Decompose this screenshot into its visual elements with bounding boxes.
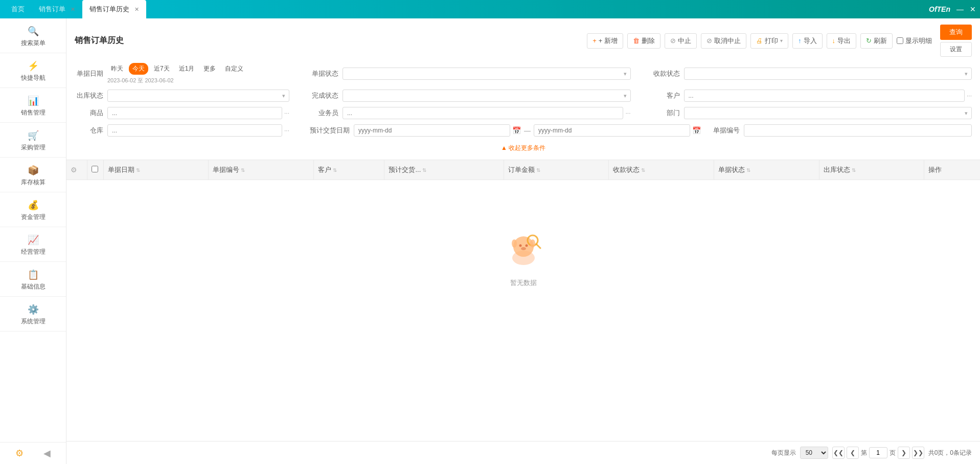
filter-order-status: 单据状态 xyxy=(310,68,631,80)
col-order-no[interactable]: 单据编号 ⇅ xyxy=(209,160,314,180)
delivery-date-to[interactable] xyxy=(534,124,690,137)
empty-state-text: 暂无数据 xyxy=(510,278,537,288)
sidebar-item-operations-label: 经营管理 xyxy=(21,248,45,256)
select-all-checkbox[interactable] xyxy=(92,166,98,172)
date-btn-today[interactable]: 今天 xyxy=(129,63,148,75)
date-btn-more[interactable]: 更多 xyxy=(200,63,219,75)
customer-dots[interactable]: ··· xyxy=(967,92,972,99)
print-dropdown-icon: ▾ xyxy=(780,38,783,43)
sidebar-settings-icon[interactable]: ⚙ xyxy=(15,448,24,459)
sidebar-item-sales-mgmt[interactable]: 📊 销售管理 xyxy=(0,88,66,123)
goods-input[interactable] xyxy=(107,107,282,119)
col-order-no-label: 单据编号 xyxy=(213,165,239,174)
sidebar-item-finance[interactable]: 💰 资金管理 xyxy=(0,192,66,227)
col-amount-label: 订单金额 xyxy=(508,165,535,174)
filter-order-no: 单据编号 xyxy=(711,124,972,137)
col-operation: 操作 xyxy=(924,160,980,180)
salesperson-input[interactable] xyxy=(343,107,623,119)
col-amount[interactable]: 订单金额 ⇅ xyxy=(504,160,609,180)
col-date[interactable]: 单据日期 ⇅ xyxy=(103,160,209,180)
page-prev-btn[interactable]: ❮ xyxy=(847,447,859,459)
warehouse-dots[interactable]: ··· xyxy=(284,127,289,134)
svg-point-1 xyxy=(513,236,534,257)
sidebar-item-system[interactable]: ⚙️ 系统管理 xyxy=(0,297,66,332)
print-button[interactable]: 🖨 打印 ▾ xyxy=(750,33,788,49)
new-button[interactable]: + + 新增 xyxy=(587,33,623,49)
date-btn-1month[interactable]: 近1月 xyxy=(175,63,198,75)
per-page-select[interactable]: 50 10 20 100 xyxy=(800,447,828,459)
sidebar-item-operations[interactable]: 📈 经营管理 xyxy=(0,227,66,262)
col-payment-status[interactable]: 收款状态 ⇅ xyxy=(609,160,714,180)
page-next-btn[interactable]: ❯ xyxy=(898,447,910,459)
sidebar-item-search-menu[interactable]: 🔍 搜索菜单 xyxy=(0,18,66,53)
salesperson-dots[interactable]: ··· xyxy=(625,109,630,117)
display-toggle[interactable]: 显示明细 xyxy=(897,36,932,46)
sidebar-item-quick-nav[interactable]: ⚡ 快捷导航 xyxy=(0,53,66,88)
svg-point-7 xyxy=(512,239,517,248)
col-payment-status-sort-icon: ⇅ xyxy=(641,167,645,173)
delete-button[interactable]: 🗑 删除 xyxy=(627,33,660,49)
display-toggle-checkbox[interactable] xyxy=(897,37,903,44)
customer-input[interactable] xyxy=(684,90,965,102)
tab-home[interactable]: 首页 xyxy=(4,0,32,18)
refresh-button[interactable]: ↻ 刷新 xyxy=(860,33,893,49)
delivery-date-from-cal-icon[interactable]: 📅 xyxy=(512,126,521,135)
export-button[interactable]: ↓ 导出 xyxy=(827,33,857,49)
sidebar: 🔍 搜索菜单 ⚡ 快捷导航 📊 销售管理 🛒 采购管理 📦 库存核算 💰 资金管… xyxy=(0,18,66,464)
tab-sales-order-history-close[interactable]: ✕ xyxy=(134,6,139,13)
cancel-stop-button[interactable]: ⊘ 取消中止 xyxy=(701,33,746,49)
date-btn-custom[interactable]: 自定义 xyxy=(221,63,247,75)
delivery-status-select[interactable] xyxy=(107,90,289,102)
tab-sales-order-label: 销售订单 xyxy=(39,5,65,14)
col-customer[interactable]: 客户 ⇅ xyxy=(313,160,384,180)
search-menu-icon: 🔍 xyxy=(28,26,39,37)
date-btn-yesterday[interactable]: 昨天 xyxy=(107,63,127,75)
date-range-text: 2023-06-02 至 2023-06-02 xyxy=(107,77,289,84)
order-status-select[interactable] xyxy=(343,68,631,80)
stop-button[interactable]: ⊘ 中止 xyxy=(665,33,697,49)
page-first-btn[interactable]: ❮❮ xyxy=(832,447,845,459)
date-btn-7days[interactable]: 近7天 xyxy=(150,63,173,75)
filter-department: 部门 xyxy=(651,107,972,119)
col-payment-status-label: 收款状态 xyxy=(613,165,640,174)
col-amount-sort-icon: ⇅ xyxy=(536,167,540,173)
display-toggle-label: 显示明细 xyxy=(905,36,932,46)
svg-point-3 xyxy=(525,245,528,247)
order-no-input[interactable] xyxy=(744,124,972,137)
delivery-date-label: 预计交货日期 xyxy=(310,126,350,135)
settings-button[interactable]: 设置 xyxy=(940,42,972,57)
collapse-btn[interactable]: ▲ 收起更多条件 xyxy=(499,142,548,154)
col-settings-icon[interactable]: ⚙ xyxy=(71,166,77,174)
col-delivery-status[interactable]: 出库状态 ⇅ xyxy=(819,160,924,180)
warehouse-input[interactable] xyxy=(107,124,282,137)
query-button[interactable]: 查询 xyxy=(940,25,972,40)
completion-status-select[interactable] xyxy=(343,90,631,102)
tab-sales-order-history[interactable]: 销售订单历史 ✕ xyxy=(82,0,146,18)
topbar-minimize[interactable]: — xyxy=(956,5,964,13)
sidebar-item-basic-info[interactable]: 📋 基础信息 xyxy=(0,262,66,297)
department-select[interactable] xyxy=(684,107,972,119)
tab-sales-order-close[interactable]: ✕ xyxy=(71,6,75,13)
payment-status-select[interactable] xyxy=(684,68,972,80)
col-delivery-date-sort-icon: ⇅ xyxy=(422,167,426,173)
sidebar-collapse-icon[interactable]: ◀ xyxy=(43,448,51,459)
page-last-btn[interactable]: ❯❯ xyxy=(912,447,924,459)
col-checkbox[interactable] xyxy=(87,160,103,180)
page-num-input[interactable] xyxy=(869,447,887,458)
new-icon: + xyxy=(592,37,597,45)
import-button[interactable]: ↑ 导入 xyxy=(792,33,823,49)
filter-customer: 客户 ··· xyxy=(651,90,972,102)
delivery-date-group: 📅 — 📅 xyxy=(354,124,701,137)
col-settings[interactable]: ⚙ xyxy=(66,160,87,180)
delivery-date-to-cal-icon[interactable]: 📅 xyxy=(692,126,701,135)
sidebar-item-purchase-mgmt[interactable]: 🛒 采购管理 xyxy=(0,123,66,158)
delivery-date-from[interactable] xyxy=(354,124,510,137)
sidebar-item-inventory[interactable]: 📦 库存核算 xyxy=(0,158,66,192)
print-icon: 🖨 xyxy=(756,37,763,45)
goods-dots[interactable]: ··· xyxy=(284,109,289,117)
col-order-status[interactable]: 单据状态 ⇅ xyxy=(714,160,819,180)
tab-sales-order[interactable]: 销售订单 ✕ xyxy=(32,0,82,18)
refresh-icon: ↻ xyxy=(866,37,872,45)
topbar-close[interactable]: ✕ xyxy=(970,5,976,13)
col-delivery-date[interactable]: 预计交货... ⇅ xyxy=(384,160,504,180)
